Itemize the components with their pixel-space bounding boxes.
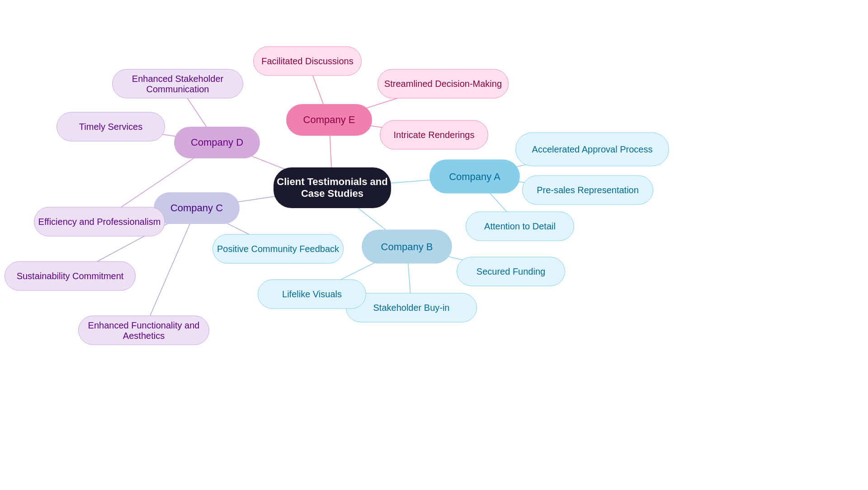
- company-c-node: Company C: [154, 192, 240, 224]
- pre-sales-node: Pre-sales Representation: [522, 176, 653, 205]
- streamlined-decision-node: Streamlined Decision-Making: [377, 69, 509, 99]
- positive-community-node: Positive Community Feedback: [212, 234, 344, 264]
- secured-funding-node: Secured Funding: [457, 257, 565, 286]
- center-node: Client Testimonials and Case Studies: [274, 167, 391, 208]
- accelerated-approval-node: Accelerated Approval Process: [515, 133, 669, 167]
- facilitated-discussions-node: Facilitated Discussions: [253, 47, 362, 76]
- company-d-node: Company D: [174, 127, 260, 158]
- intricate-renderings-node: Intricate Renderings: [380, 120, 488, 150]
- efficiency-node: Efficiency and Professionalism: [34, 207, 165, 237]
- attention-detail-node: Attention to Detail: [466, 212, 574, 241]
- enhanced-functionality-node: Enhanced Functionality and Aesthetics: [78, 316, 209, 345]
- timely-services-node: Timely Services: [57, 112, 165, 142]
- sustainability-node: Sustainability Commitment: [5, 262, 136, 291]
- company-e-node: Company E: [286, 104, 372, 136]
- lifelike-visuals-node: Lifelike Visuals: [258, 280, 366, 309]
- company-b-node: Company B: [362, 230, 452, 264]
- enhanced-stakeholder-node: Enhanced Stakeholder Communication: [112, 69, 243, 99]
- company-a-node: Company A: [429, 160, 520, 194]
